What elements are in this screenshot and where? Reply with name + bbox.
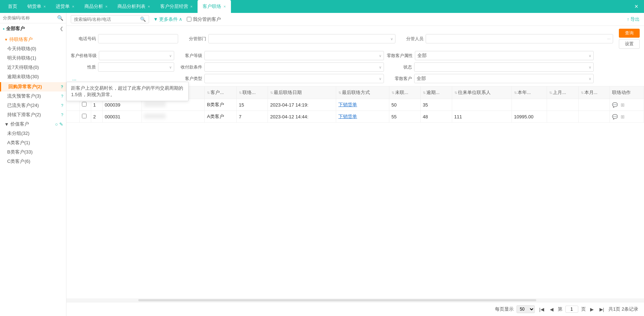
ellipsis-button[interactable]: ...: [71, 76, 78, 81]
customer-level-select[interactable]: ∨: [204, 51, 384, 60]
sidebar-item-churn-warning[interactable]: 流失预警客户(3) ?: [0, 91, 66, 101]
nav-customer-contact[interactable]: 客户联络 ×: [198, 0, 231, 13]
close-product-list-icon[interactable]: ×: [148, 4, 150, 9]
my-customer-filter[interactable]: 我分管的客户: [187, 16, 221, 23]
sidebar-search-icon[interactable]: 🔍: [57, 15, 63, 21]
per-page-select[interactable]: 50 100 200: [516, 305, 535, 313]
col-type[interactable]: ⇅ 客户...: [205, 86, 237, 99]
close-all-tabs-button[interactable]: ×: [631, 3, 641, 10]
my-customer-checkbox[interactable]: [187, 17, 191, 22]
sidebar-search-input[interactable]: [3, 15, 57, 20]
value-group-header[interactable]: ▼ 价值客户 ○ ✎: [0, 119, 66, 129]
prev-page-icon[interactable]: ◀: [548, 307, 555, 312]
sort-thisyear-icon[interactable]: ⇅: [514, 91, 517, 95]
main-search-icon[interactable]: 🔍: [140, 16, 146, 22]
cell-lastmethod-2[interactable]: 下销货单: [336, 111, 389, 123]
close-purchase-icon[interactable]: ×: [72, 4, 74, 9]
page-number-input[interactable]: [565, 306, 578, 313]
payment-select[interactable]: ∨: [204, 62, 384, 72]
sort-contact-icon[interactable]: ⇅: [239, 91, 242, 95]
customer-type-select[interactable]: ∨: [204, 74, 384, 83]
row2-checkbox[interactable]: [82, 114, 87, 118]
col-unit-contact[interactable]: ⇅ 往来单位联系人: [452, 86, 512, 99]
status-select[interactable]: ∨: [414, 62, 594, 72]
nav-product-list[interactable]: 商品分析列表 ×: [112, 0, 155, 13]
nav-home[interactable]: 首页: [3, 0, 22, 13]
chat-icon-2[interactable]: 💬: [612, 114, 618, 119]
export-button[interactable]: ↑ 导出: [627, 16, 640, 23]
cell-checkbox-2[interactable]: [79, 111, 91, 123]
nav-sales[interactable]: 销货单 ×: [22, 0, 51, 13]
chat-icon-1[interactable]: 💬: [612, 102, 618, 108]
main-search-input[interactable]: [74, 17, 139, 22]
sidebar-item-7days[interactable]: 近7天待联络(0): [0, 63, 66, 72]
cell-code-2[interactable]: 000031: [102, 111, 142, 123]
sort-pending-icon[interactable]: ⇅: [392, 91, 394, 95]
col-this-month[interactable]: ⇅ 本月...: [578, 86, 610, 99]
collapse-icon[interactable]: ❮: [60, 26, 63, 31]
last-page-icon[interactable]: ▶|: [598, 307, 606, 312]
cell-lastmethod-1[interactable]: 下销货单: [336, 99, 389, 111]
query-button[interactable]: 查询: [619, 29, 640, 38]
phone-input[interactable]: [98, 34, 178, 43]
last-method-link-1[interactable]: 下销货单: [338, 102, 357, 107]
sidebar-search-box[interactable]: 🔍: [0, 13, 66, 23]
sidebar-item-churned[interactable]: 已流失客户(24) ?: [0, 101, 66, 110]
sidebar-item-b-class[interactable]: B类客户(33): [0, 147, 66, 157]
sort-lastmonth-icon[interactable]: ⇅: [549, 91, 552, 95]
gender-select[interactable]: ∨: [98, 62, 174, 72]
grid-action-icon-1[interactable]: ⊞: [621, 102, 625, 108]
col-last-method[interactable]: ⇅ 最后联络方式: [336, 86, 389, 99]
sort-unit-icon[interactable]: ⇅: [454, 91, 457, 95]
abnormal-hint-icon[interactable]: ?: [61, 85, 63, 89]
sidebar-item-ungroup[interactable]: 未分组(32): [0, 129, 66, 138]
nav-customer-segment[interactable]: 客户分层经营 ×: [155, 0, 198, 13]
last-method-link-2[interactable]: 下销货单: [338, 114, 357, 119]
declining-hint-icon[interactable]: ?: [61, 113, 63, 117]
sort-lastdate-icon[interactable]: ⇅: [270, 91, 273, 95]
col-last-month[interactable]: ⇅ 上月...: [547, 86, 578, 99]
retail-attr-select[interactable]: 全部 ∨: [415, 51, 594, 60]
value-group-settings-icon[interactable]: ✎: [59, 122, 63, 127]
sort-thismonth-icon[interactable]: ⇅: [581, 91, 584, 95]
nav-product-analysis[interactable]: 商品分析 ×: [79, 0, 112, 13]
more-conditions-button[interactable]: ▼ 更多条件 ∧: [153, 16, 182, 23]
sidebar-item-a-class[interactable]: A类客户(1): [0, 138, 66, 147]
first-page-icon[interactable]: |◀: [538, 307, 545, 312]
value-group-edit-icon[interactable]: ○: [55, 122, 58, 127]
sort-overdue-icon[interactable]: ⇅: [423, 91, 426, 95]
grid-action-icon-2[interactable]: ⊞: [621, 114, 625, 119]
col-this-year[interactable]: ⇅ 本年...: [512, 86, 547, 99]
col-contact[interactable]: ⇅ 联络...: [236, 86, 268, 99]
price-level-select[interactable]: ∨: [99, 51, 174, 60]
sidebar-item-tomorrow[interactable]: 明天待联络(1): [0, 53, 66, 63]
person-select[interactable]: ···: [426, 34, 613, 43]
horizontal-scrollbar[interactable]: [66, 298, 644, 302]
row1-checkbox[interactable]: [82, 102, 87, 107]
sidebar-item-c-class[interactable]: C类客户(6): [0, 157, 66, 166]
dept-select[interactable]: ∨: [208, 34, 396, 43]
person-more-icon[interactable]: ···: [607, 37, 611, 41]
sidebar-item-today[interactable]: 今天待联络(0): [0, 44, 66, 53]
sidebar-item-abnormal[interactable]: 回购异常客户(2) ?: [0, 82, 66, 91]
sidebar-item-overdue[interactable]: 逾期未联络(30): [0, 72, 66, 81]
pending-group-header[interactable]: ▼ 待联络客户: [0, 35, 66, 44]
close-customer-segment-icon[interactable]: ×: [190, 4, 193, 9]
col-pending[interactable]: ⇅ 未联...: [389, 86, 420, 99]
sidebar-all-customers[interactable]: ▪ 全部客户 ❮: [0, 23, 66, 34]
sidebar-item-declining[interactable]: 持续下滑客户(2) ?: [0, 110, 66, 119]
main-search-box[interactable]: 🔍: [71, 15, 149, 23]
close-sales-icon[interactable]: ×: [43, 4, 46, 9]
nav-purchase[interactable]: 进货单 ×: [51, 0, 79, 13]
settings-button[interactable]: 设置: [619, 39, 640, 49]
sort-type-icon[interactable]: ⇅: [207, 91, 210, 95]
churned-hint-icon[interactable]: ?: [61, 103, 63, 108]
sort-lastmethod-icon[interactable]: ⇅: [338, 91, 341, 95]
col-overdue[interactable]: ⇅ 逾期...: [421, 86, 452, 99]
col-last-date[interactable]: ⇅ 最后联络日期: [268, 86, 336, 99]
close-product-analysis-icon[interactable]: ×: [105, 4, 107, 9]
churn-warning-hint-icon[interactable]: ?: [61, 94, 63, 98]
retail-customer-select[interactable]: 全部 ∨: [414, 74, 594, 83]
close-customer-contact-icon[interactable]: ×: [223, 4, 226, 9]
next-page-icon[interactable]: ▶: [589, 307, 595, 312]
